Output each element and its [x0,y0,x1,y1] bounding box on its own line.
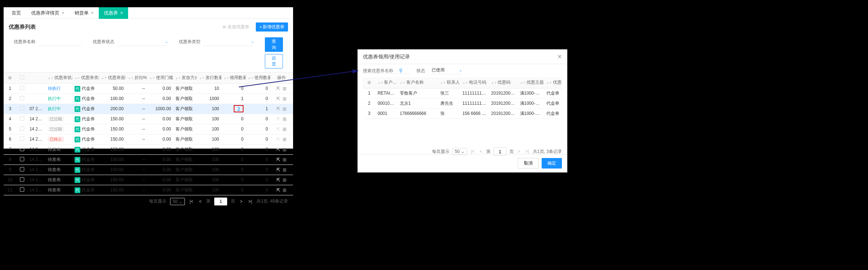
select-all-checkbox[interactable] [20,75,24,79]
usage-record-modal: 优惠券领用/使用记录 ✕ ⚲ 状态 已使用⌄ ▲▼客户... ▲▼客户名称 ▲▼… [357,49,567,173]
close-icon[interactable]: ✕ [91,11,94,15]
table-row[interactable]: 1114 23:59待发布代代金券150.00--0.00客户领取10000⇱⊞ [4,185,293,195]
filter-type-label: 优惠券类型 [179,39,200,45]
coupon-name-input[interactable] [38,37,82,46]
table-row[interactable]: 2执行中代代金券100.00--0.00客户领取100010⇱⊞ [4,94,293,104]
page-input[interactable] [214,198,227,205]
share-icon: ⇱ [276,147,280,152]
type-select[interactable]: ⌄ [203,37,254,46]
qr-icon[interactable]: ⊞ [283,187,287,193]
tab-detail[interactable]: 优惠券详情页✕ [26,7,69,19]
qr-icon[interactable]: ⊞ [283,147,287,152]
qr-icon[interactable]: ⊞ [283,137,287,142]
table-row[interactable]: 514 23:59已过期代代金券150.00--0.00客户领取10000⇱⊞ [4,124,293,134]
row-checkbox[interactable] [20,96,24,100]
coupon-search-input[interactable] [363,68,399,73]
claim-count-link[interactable]: 3 [234,105,244,112]
prev-page-button[interactable]: < [198,199,203,204]
table-row[interactable]: 3000117666666666张156 6666 6...2019120070… [363,108,562,119]
chevron-down-icon: ⌄ [165,40,168,43]
table-row[interactable]: 714 23:59待发布代代金券150.00--0.00客户领取10000⇱⊞ [4,144,293,154]
usage-status-select[interactable]: 已使用⌄ [432,67,462,74]
coupon-list-panel: 首页 优惠券详情页✕ 销货单✕ 优惠券✕ 优惠券列表 ✉发放优惠券 +新增优惠券… [4,7,293,149]
row-checkbox[interactable] [20,106,24,111]
row-checkbox[interactable] [20,116,24,121]
gear-icon[interactable] [8,75,12,80]
chevron-down-icon: ⌄ [459,68,462,72]
last-page-button[interactable]: >| [247,199,253,204]
tab-coupon[interactable]: 优惠券✕ [99,7,128,19]
search-input-wrap: ⚲ [363,68,410,74]
share-icon[interactable]: ⇱ [276,96,280,101]
table-row[interactable]: 914 23:59待发布代代金券150.00--0.00客户领取10000⇱⊞ [4,165,293,175]
tab-bar: 首页 优惠券详情页✕ 销货单✕ 优惠券✕ [4,7,293,19]
share-icon: ⇱ [276,137,280,142]
share-icon: ⇱ [276,177,280,183]
close-icon[interactable]: ✕ [62,11,64,15]
confirm-button[interactable]: 确定 [542,158,562,169]
row-checkbox[interactable] [20,187,24,192]
table-row[interactable]: 1014 23:59待发布代代金券150.00--0.00客户领取10000⇱⊞ [4,175,293,185]
plus-icon: + [259,25,262,30]
row-checkbox[interactable] [20,167,24,171]
qr-icon[interactable]: ⊞ [283,157,287,162]
close-icon[interactable]: ✕ [120,11,123,15]
share-icon: ⇱ [276,187,280,193]
first-page-button[interactable]: |< [470,149,476,154]
distribute-button[interactable]: ✉发放优惠券 [219,22,253,32]
share-icon: ⇱ [276,116,280,122]
row-checkbox[interactable] [20,126,24,131]
close-icon[interactable]: ✕ [557,53,562,60]
filter-name-label: 优惠券名称 [14,39,35,45]
qr-icon[interactable]: ⊞ [283,126,287,132]
table-row[interactable]: 614 23:59已终止代代金券150.00--0.00客户领取10000⇱⊞ [4,134,293,144]
pagination: 每页显示 50 ⌄ |< < 第 页 > >| 共1页, 49条记录 [4,195,293,208]
add-coupon-button[interactable]: +新增优惠券 [256,22,288,32]
next-page-button[interactable]: > [517,149,521,154]
table-row[interactable]: 307 23:59执行中代代金券200.00--1000.00客户领取10031… [4,104,293,114]
qr-icon[interactable]: ⊞ [283,96,287,101]
table-row[interactable]: 414 23:59已过期代代金券150.00--0.00客户领取10000⇱⊞ [4,114,293,124]
table-row[interactable]: 1RETAIL...零散客户张三111111111112019120070...… [363,88,562,98]
prev-page-button[interactable]: < [479,149,483,154]
send-icon: ✉ [223,25,226,30]
qr-icon[interactable]: ⊞ [283,116,287,122]
share-icon: ⇱ [276,167,280,173]
page-title: 优惠券列表 [9,24,36,30]
filter-bar: 优惠券名称 优惠券状态⌄ 优惠券类型⌄ 查询 设置 [4,35,293,72]
page-total: 共1页, 3条记录 [533,149,562,155]
qr-icon[interactable]: ⊞ [283,167,287,173]
qr-icon[interactable]: ⊞ [283,86,287,91]
filter-status-label: 优惠券状态 [93,39,114,45]
page-total: 共1页, 49条记录 [257,198,288,204]
search-icon[interactable]: ⚲ [399,68,403,73]
list-header: 优惠券列表 ✉发放优惠券 +新增优惠券 [4,19,293,35]
setting-button[interactable]: 设置 [265,54,283,68]
page-size-select[interactable]: 50 ⌄ [170,198,185,205]
chevron-down-icon: ⌄ [251,40,254,43]
next-page-button[interactable]: > [239,199,244,204]
tab-home[interactable]: 首页 [7,7,26,19]
table-row[interactable]: 814 23:59待发布代代金券150.00--0.00客户领取10000⇱⊞ [4,154,293,165]
usage-table: ▲▼客户... ▲▼客户名称 ▲▼联系人 ▲▼电话号码 ▲▼优惠码 ▲▼优惠主题… [363,77,562,119]
cancel-button[interactable]: 取消 [518,158,539,169]
row-checkbox[interactable] [20,147,24,151]
share-icon[interactable]: ⇱ [276,86,280,91]
query-button[interactable]: 查询 [265,37,283,52]
modal-title: 优惠券领用/使用记录 [363,54,410,60]
share-icon[interactable]: ⇱ [276,106,280,112]
qr-icon[interactable]: ⊞ [283,106,287,112]
status-select[interactable]: ⌄ [117,37,168,46]
table-row[interactable]: 200010001北京1唐先生111111111112019120070...满… [363,98,562,108]
row-checkbox[interactable] [20,157,24,161]
share-icon: ⇱ [276,157,280,162]
first-page-button[interactable]: |< [189,199,194,204]
last-page-button[interactable]: >| [524,149,530,154]
table-row[interactable]: 1待执行代代金券50.00--0.00客户领取1000⇱⊞ [4,83,293,94]
gear-icon[interactable] [367,80,371,85]
row-checkbox[interactable] [20,86,24,90]
row-checkbox[interactable] [20,177,24,182]
qr-icon[interactable]: ⊞ [283,177,287,183]
row-checkbox[interactable] [20,137,24,141]
tab-sales[interactable]: 销货单✕ [69,7,99,19]
